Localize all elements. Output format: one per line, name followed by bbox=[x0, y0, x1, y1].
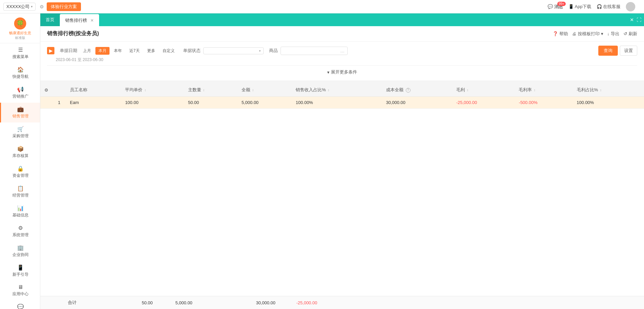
sidebar-item-sales[interactable]: 💼 销售管理 bbox=[0, 103, 40, 122]
sidebar-item-system[interactable]: ⚙ 系统管理 bbox=[0, 221, 40, 241]
sidebar-item-label: 基础信息 bbox=[12, 212, 29, 218]
page-title: 销售排行榜(按业务员) bbox=[47, 30, 99, 37]
sales-icon: 💼 bbox=[17, 106, 24, 112]
date-filter: 单据日期 上月 本月 本年 近7天 更多 自定义 bbox=[60, 47, 178, 55]
status-select[interactable]: ▾ bbox=[203, 47, 264, 54]
download-icon: 📱 bbox=[568, 4, 574, 9]
cell-amount: 5,000.00 bbox=[238, 97, 292, 109]
tab-bar: 首页 销售排行榜 ✕ ✕ ⛶ bbox=[40, 13, 644, 26]
status-filter: 单据状态 ▾ bbox=[183, 47, 264, 54]
message-button[interactable]: 💬 消息 99+ bbox=[548, 4, 563, 10]
settings-icon[interactable]: ⚙ bbox=[40, 4, 44, 9]
col-gross-rate[interactable]: 毛利率 ↕ bbox=[515, 84, 572, 97]
app-download-button[interactable]: 📱 App下载 bbox=[568, 4, 591, 10]
status-label: 单据状态 bbox=[183, 48, 201, 54]
column-settings-button[interactable]: 设置 bbox=[620, 46, 637, 56]
cell-name: Eam bbox=[66, 97, 121, 109]
col-gross-ratio[interactable]: 毛利占比% ↕ bbox=[573, 84, 644, 97]
sidebar-item-purchase[interactable]: 🛒 采购管理 bbox=[0, 122, 40, 142]
help-button[interactable]: ❓ 帮助 bbox=[553, 31, 568, 37]
header-row: ⚙ 员工名称 平均单价 ↕ 主数量 ↕ 全额 ↕ 销售收入占比% ↕ 成本全额 … bbox=[40, 84, 644, 97]
total-cost: 30,000.00 bbox=[256, 300, 296, 305]
col-name: 员工名称 bbox=[66, 84, 121, 97]
tab-close-icon[interactable]: ✕ bbox=[90, 18, 94, 23]
sidebar-item-search-order[interactable]: ☰ 搜索菜单 bbox=[0, 43, 40, 63]
sidebar-item-enterprise[interactable]: 🏢 企业协同 bbox=[0, 241, 40, 261]
online-service-button[interactable]: 🎧 在线客服 bbox=[597, 4, 620, 10]
home-icon: 🏠 bbox=[17, 66, 24, 73]
page-header: 销售排行榜(按业务员) ❓ 帮助 🖨 按模板打印 ▾ ↓ 导出 bbox=[40, 26, 644, 42]
sidebar-item-marketing[interactable]: 📢 营销推广 bbox=[0, 83, 40, 103]
col-rank bbox=[52, 84, 66, 97]
tab-label: 销售排行榜 bbox=[65, 17, 87, 23]
table-body: 1 Eam 100.00 50.00 5,000.00 100.00% 30,0… bbox=[40, 97, 644, 109]
refresh-button[interactable]: ↺ 刷新 bbox=[624, 31, 637, 37]
total-row: 合计 50.00 5,000.00 30,000.00 -25,000.00 bbox=[40, 296, 644, 309]
date-range: 2023-06-01 至 2023-06-30 bbox=[56, 57, 103, 62]
col-avg-price[interactable]: 平均单价 ↕ bbox=[121, 84, 184, 97]
cell-gross-rate: -500.00% bbox=[515, 97, 572, 109]
sidebar-item-label: 应用中心 bbox=[12, 291, 29, 297]
col-cost[interactable]: 成本全额 ? bbox=[382, 84, 452, 97]
gear-icon: ⚙ bbox=[18, 225, 23, 231]
window-close-icon[interactable]: ✕ bbox=[630, 17, 634, 22]
chevron-down-icon: ▾ bbox=[31, 5, 33, 8]
search-icon: ☰ bbox=[18, 47, 23, 53]
sidebar-item-guide[interactable]: 📱 新手引导 bbox=[0, 261, 40, 281]
tab-sales-ranking[interactable]: 销售排行榜 ✕ bbox=[60, 14, 99, 27]
table-row: 1 Eam 100.00 50.00 5,000.00 100.00% 30,0… bbox=[40, 97, 644, 109]
sidebar-item-finance[interactable]: 🔒 资金管理 bbox=[0, 162, 40, 182]
print-icon: 🖨 bbox=[572, 31, 576, 36]
cell-avg-price: 100.00 bbox=[121, 97, 184, 109]
sidebar-item-label: 企业协同 bbox=[12, 252, 29, 258]
this-month-tab[interactable]: 本月 bbox=[95, 47, 110, 55]
more-date-tab[interactable]: 更多 bbox=[144, 47, 158, 55]
avatar[interactable] bbox=[626, 2, 635, 11]
total-gross-profit: -25,000.00 bbox=[296, 300, 333, 305]
query-button[interactable]: 查询 bbox=[598, 46, 618, 56]
sidebar-item-app-center[interactable]: 🖥 应用中心 bbox=[0, 281, 40, 300]
this-year-tab[interactable]: 本年 bbox=[111, 47, 125, 55]
trial-button[interactable]: 体验行业方案 bbox=[47, 2, 81, 11]
template-print-button[interactable]: 🖨 按模板打印 ▾ bbox=[572, 31, 603, 37]
date-range-display: 2023-06-01 至 2023-06-30 bbox=[54, 57, 637, 63]
message-badge: 99+ bbox=[557, 2, 566, 6]
monitor-icon: 🖥 bbox=[18, 284, 23, 290]
last7days-tab[interactable]: 近7天 bbox=[126, 47, 143, 55]
filter-area: ▶ 单据日期 上月 本月 本年 近7天 更多 自定义 单据状态 bbox=[40, 42, 644, 81]
page-actions: ❓ 帮助 🖨 按模板打印 ▾ ↓ 导出 ↺ 刷新 bbox=[553, 31, 638, 37]
page-content: 销售排行榜(按业务员) ❓ 帮助 🖨 按模板打印 ▾ ↓ 导出 bbox=[40, 26, 644, 309]
goods-input[interactable]: … bbox=[281, 47, 348, 55]
refresh-icon: ↺ bbox=[624, 31, 627, 36]
window-maximize-icon[interactable]: ⛶ bbox=[637, 17, 641, 22]
expand-more-container: ▾ 展开更多条件 bbox=[47, 65, 637, 76]
col-sales-ratio[interactable]: 销售收入占比% ↕ bbox=[292, 84, 382, 97]
sidebar-item-inventory[interactable]: 📦 库存核算 bbox=[0, 142, 40, 162]
logo-sub: 标准版 bbox=[15, 36, 25, 40]
col-main-qty[interactable]: 主数量 ↕ bbox=[184, 84, 238, 97]
sidebar-item-label: 营销推广 bbox=[12, 94, 29, 99]
megaphone-icon: 📢 bbox=[17, 86, 24, 93]
company-selector[interactable]: XXXXX公司 ▾ bbox=[3, 3, 36, 11]
prev-month-tab[interactable]: 上月 bbox=[80, 47, 94, 55]
col-gross-profit[interactable]: 毛利 ↕ bbox=[452, 84, 515, 97]
sidebar-item-basic-info[interactable]: 📊 基础信息 bbox=[0, 202, 40, 221]
sidebar-item-wechat[interactable]: 💬 企业微信 bbox=[0, 300, 40, 309]
total-amount: 5,000.00 bbox=[175, 300, 212, 305]
box-icon: 📦 bbox=[17, 146, 24, 152]
wechat-icon: 💬 bbox=[17, 304, 24, 309]
col-amount[interactable]: 全额 ↕ bbox=[238, 84, 292, 97]
table-header: ⚙ 员工名称 平均单价 ↕ 主数量 ↕ 全额 ↕ 销售收入占比% ↕ 成本全额 … bbox=[40, 84, 644, 97]
filter-collapse-icon[interactable]: ▶ bbox=[47, 47, 54, 54]
cell-sales-ratio: 100.00% bbox=[292, 97, 382, 109]
export-button[interactable]: ↓ 导出 bbox=[607, 31, 620, 37]
date-label: 单据日期 bbox=[60, 48, 77, 54]
expand-icon: ▾ bbox=[327, 70, 330, 75]
sidebar-item-quick-nav[interactable]: 🏠 快捷导航 bbox=[0, 63, 40, 83]
cell-gross-profit: -25,000.00 bbox=[452, 97, 515, 109]
custom-tab[interactable]: 自定义 bbox=[160, 47, 178, 55]
sidebar-item-operations[interactable]: 📋 经营管理 bbox=[0, 182, 40, 202]
tab-home[interactable]: 首页 bbox=[40, 13, 60, 26]
col-settings[interactable]: ⚙ bbox=[40, 84, 52, 97]
expand-more-button[interactable]: ▾ 展开更多条件 bbox=[327, 68, 357, 76]
